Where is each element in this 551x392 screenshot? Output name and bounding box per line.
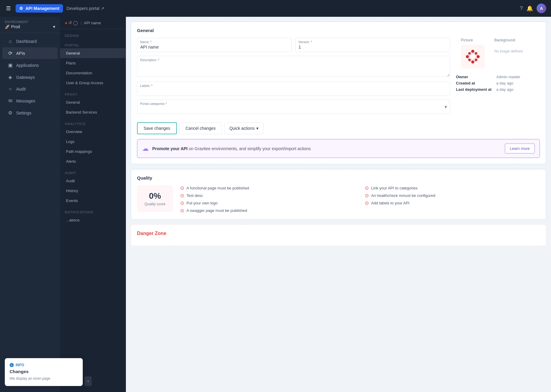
sidebar-item-backend-services[interactable]: Backend Services xyxy=(60,107,126,117)
general-card: General Name * xyxy=(131,22,546,164)
warning-icon: ⊙ xyxy=(180,185,184,191)
menu-icon[interactable]: ☰ xyxy=(5,4,12,13)
api-status-icons: ● ↺ ◯ xyxy=(65,20,78,25)
sidebar-item-gateways[interactable]: ◈ Gateways xyxy=(2,71,58,83)
section-notifications: Notifications xyxy=(60,206,126,215)
sidebar-item-logs[interactable]: Logs xyxy=(60,137,126,147)
section-analytics: Analytics xyxy=(60,117,126,127)
applications-icon: ▣ xyxy=(7,62,13,68)
cancel-changes-button[interactable]: Cancel changes xyxy=(179,122,222,134)
quality-item: ⊙ A functional page must be published xyxy=(180,185,355,191)
api-name-label: API name xyxy=(84,21,101,25)
portal-categories-field: Portal categories * ▾ xyxy=(137,99,450,114)
quality-item: ⊙ Link your API to categories xyxy=(365,185,540,191)
sidebar-toggle-button[interactable]: ‹ xyxy=(85,376,92,386)
warning-icon: ⊙ xyxy=(180,208,184,213)
section-audit: Audit xyxy=(60,166,126,176)
quality-item-label: A swagger page must be published xyxy=(186,208,247,213)
sidebar-item-apis[interactable]: ⟳ APIs xyxy=(2,47,58,59)
messages-icon: ✉ xyxy=(7,98,13,104)
sidebar-item-overview[interactable]: Overview xyxy=(60,127,126,137)
last-deployment-value: a day ago xyxy=(496,87,540,92)
promote-icon: ☁ xyxy=(142,145,149,153)
sidebar-item-applications[interactable]: ▣ Applications xyxy=(2,59,58,71)
sidebar-left: Environment 🚀 Prod ▾ ⌂ Dashboard ⟳ APIs … xyxy=(0,17,60,392)
quick-actions-label: Quick actions xyxy=(229,126,255,131)
section-design: Design xyxy=(60,29,126,39)
svg-point-6 xyxy=(468,52,471,55)
settings-icon: ⚙ xyxy=(7,110,13,116)
created-at-key: Created at xyxy=(456,81,491,85)
portal-categories-select[interactable] xyxy=(137,99,450,114)
save-changes-button[interactable]: Save changes xyxy=(137,122,177,134)
info-title: Changes xyxy=(10,369,78,374)
info-badge-label: INFO xyxy=(16,363,24,367)
notifications-icon[interactable]: 🔔 xyxy=(526,5,533,12)
quality-item-label: Test desc xyxy=(186,193,203,198)
api-status-icon-2: ↺ xyxy=(68,20,72,25)
help-icon[interactable]: ? xyxy=(520,5,523,12)
sidebar-item-events[interactable]: Events xyxy=(60,196,126,206)
learn-more-button[interactable]: Learn more xyxy=(505,144,535,153)
background-section: Background No image defined xyxy=(494,38,523,69)
sidebar-item-plans[interactable]: Plans xyxy=(60,58,126,68)
sidebar-item-alerts[interactable]: Alerts xyxy=(60,156,126,166)
main-layout: Environment 🚀 Prod ▾ ⌂ Dashboard ⟳ APIs … xyxy=(0,17,551,392)
svg-point-9 xyxy=(468,59,471,61)
owner-value: Admin master xyxy=(496,75,540,79)
dev-portal-link[interactable]: Developers portal ↗ xyxy=(67,6,104,11)
sidebar-item-general[interactable]: General xyxy=(60,48,126,58)
description-input[interactable] xyxy=(137,56,450,77)
sidebar-item-messages[interactable]: ✉ Messages xyxy=(2,95,58,107)
no-image-text: No image defined xyxy=(494,49,523,53)
sidebar-item-user-group-access[interactable]: User & Group Access xyxy=(60,78,126,88)
sidebar-item-label: Settings xyxy=(16,111,31,115)
sidebar-item-notifications[interactable]: ...ations xyxy=(60,215,126,225)
promo-body: on Gravitee environments, and simplify y… xyxy=(189,146,311,151)
sidebar-item-audit[interactable]: ○ Audit xyxy=(2,83,58,95)
info-badge: i INFO xyxy=(10,363,78,367)
env-selector[interactable]: Environment 🚀 Prod ▾ xyxy=(0,17,60,33)
warning-icon: ⊙ xyxy=(365,200,369,206)
brand-button[interactable]: ⚙ API Management xyxy=(16,4,63,13)
env-name: 🚀 Prod xyxy=(5,24,20,29)
name-input[interactable] xyxy=(137,38,292,52)
quality-score-label: Quality score xyxy=(144,202,166,206)
env-value: 🚀 Prod ▾ xyxy=(5,24,55,29)
avatar-image: A xyxy=(537,4,546,13)
quality-item-label: An healthcheck mmust be configured xyxy=(371,193,435,198)
no-image-container: No image defined xyxy=(494,45,523,54)
sidebar-item-dashboard[interactable]: ⌂ Dashboard xyxy=(2,36,58,47)
picture-bg-section: Picture xyxy=(461,38,540,69)
sidebar-item-path-mappings[interactable]: Path mappings xyxy=(60,147,126,156)
quality-item-label: Put your own logo xyxy=(186,201,218,205)
promo-banner: ☁ Promote your API on Gravitee environme… xyxy=(137,139,540,158)
version-input[interactable] xyxy=(295,38,450,52)
svg-point-5 xyxy=(477,55,480,58)
labels-row: Labels * xyxy=(137,82,450,96)
apis-icon: ⟳ xyxy=(7,50,13,56)
labels-input[interactable] xyxy=(137,82,450,96)
env-label: Environment xyxy=(5,20,55,24)
brand-icon: ⚙ xyxy=(19,6,23,11)
quality-item: ⊙ A swagger page must be published xyxy=(180,208,355,213)
quality-item-label: Link your API to categories xyxy=(371,186,418,190)
sidebar-item-proxy-general[interactable]: General xyxy=(60,97,126,107)
sidebar-item-settings[interactable]: ⚙ Settings xyxy=(2,107,58,119)
left-nav: ⌂ Dashboard ⟳ APIs ▣ Applications ◈ Gate… xyxy=(0,33,60,121)
picture-preview[interactable] xyxy=(461,45,485,69)
info-body: We display an inner-page xyxy=(10,376,78,381)
api-logo-svg xyxy=(464,48,482,66)
quick-actions-button[interactable]: Quick actions ▾ xyxy=(224,122,264,134)
sidebar-item-label: Applications xyxy=(16,63,39,68)
svg-point-3 xyxy=(471,61,474,64)
sidebar-item-audit-log[interactable]: Audit xyxy=(60,176,126,186)
sidebar-item-documentation[interactable]: Documentation xyxy=(60,68,126,78)
promo-text: Promote your API on Gravitee environment… xyxy=(152,146,501,151)
api-status-icon-3: ◯ xyxy=(73,20,78,25)
general-card-title: General xyxy=(137,28,540,33)
avatar[interactable]: A xyxy=(537,4,546,13)
svg-point-7 xyxy=(475,59,477,61)
labels-field: Labels * xyxy=(137,82,450,96)
sidebar-item-history[interactable]: History xyxy=(60,186,126,196)
